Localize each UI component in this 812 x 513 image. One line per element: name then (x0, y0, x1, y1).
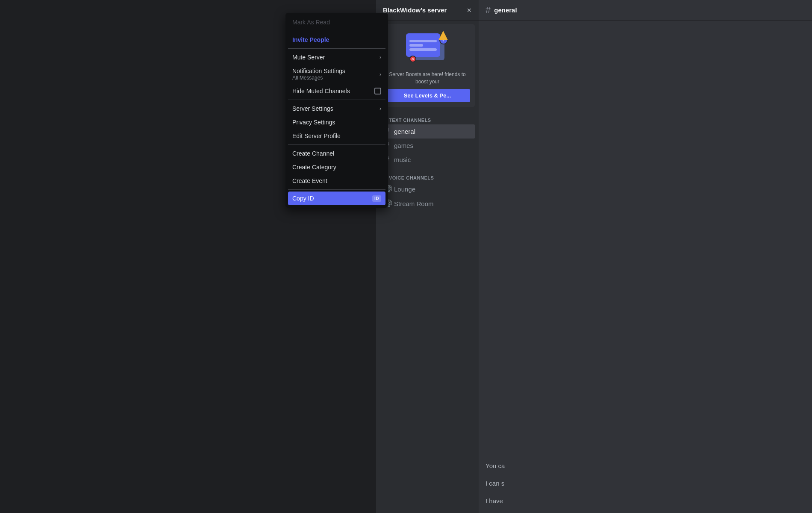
hide-muted-channels-label: Hide Muted Channels (292, 88, 350, 94)
channel-name-games: games (394, 142, 413, 149)
mute-server-label: Mute Server (292, 54, 325, 61)
copy-id-label: Copy ID (292, 195, 314, 202)
menu-item-hide-muted-channels[interactable]: Hide Muted Channels (288, 84, 385, 98)
channel-name-general: general (394, 128, 415, 135)
chat-header: # general (479, 0, 812, 21)
chat-area: # general You ca I can s I have (479, 0, 812, 513)
server-settings-label: Server Settings (292, 105, 333, 112)
boost-graphic: ✦ ✓ ✕ ▲ (385, 29, 470, 68)
hide-muted-channels-checkbox[interactable] (374, 88, 381, 94)
menu-item-edit-server-profile[interactable]: Edit Server Profile (288, 129, 385, 143)
id-badge: ID (372, 195, 381, 202)
channel-name-music: music (394, 156, 411, 163)
channel-item-games[interactable]: # games (380, 139, 475, 153)
boost-banner: ✦ ✓ ✕ ▲ Server Boosts are here! friends … (380, 24, 475, 107)
channel-item-music[interactable]: # music (380, 153, 475, 167)
server-title: BlackWidow's server (383, 6, 467, 14)
chat-message-2: I can s (485, 478, 805, 489)
boost-arrow-icon: ▲ (435, 27, 451, 42)
chat-hash-icon: # (485, 5, 491, 16)
boost-card-front (406, 33, 440, 57)
see-levels-button[interactable]: See Levels & Pe... (385, 89, 470, 102)
create-event-label: Create Event (292, 177, 327, 184)
menu-item-server-settings[interactable]: Server Settings › (288, 102, 385, 115)
server-settings-arrow-icon: › (380, 106, 381, 112)
mute-server-arrow-icon: › (380, 54, 381, 60)
boost-x-icon: ✕ (409, 56, 416, 62)
boost-cards: ✓ ✕ ▲ (406, 33, 449, 63)
menu-item-mark-as-read[interactable]: Mark As Read (288, 15, 385, 29)
channel-item-general[interactable]: # general (380, 124, 475, 139)
bg-left (0, 0, 188, 513)
notification-settings-arrow-icon: › (380, 71, 381, 77)
voice-channels-header[interactable]: ▼ VOICE CHANNELS (380, 175, 475, 180)
menu-divider-4 (288, 144, 385, 145)
channel-name-stream-room: Stream Room (394, 200, 434, 207)
boost-card-line-3 (409, 48, 437, 51)
menu-item-create-channel[interactable]: Create Channel (288, 147, 385, 160)
boost-text: Server Boosts are here! friends to boost… (385, 71, 470, 86)
boost-card-line-2 (409, 44, 423, 47)
discord-layout: BlackWidow's server ✕ ✦ ✓ ✕ ▲ (0, 0, 812, 513)
chat-message-3: I have (485, 495, 805, 506)
chat-message-1: You ca (485, 460, 805, 471)
privacy-settings-label: Privacy Settings (292, 119, 335, 126)
invite-people-label: Invite People (292, 36, 329, 43)
menu-divider-3 (288, 100, 385, 100)
menu-item-create-category[interactable]: Create Category (288, 160, 385, 174)
create-channel-label: Create Channel (292, 150, 334, 157)
voice-channels-section: ▼ VOICE CHANNELS 🔊 Lounge 🔊 Stream Room (376, 168, 479, 213)
menu-item-invite-people[interactable]: Invite People (288, 33, 385, 47)
menu-item-create-event[interactable]: Create Event (288, 174, 385, 188)
menu-item-copy-id[interactable]: Copy ID ID (288, 192, 385, 205)
menu-divider-1 (288, 31, 385, 31)
edit-server-profile-label: Edit Server Profile (292, 133, 341, 139)
notification-settings-label-group: Notification Settings All Messages (292, 68, 345, 81)
menu-divider-5 (288, 189, 385, 190)
notification-settings-sublabel: All Messages (292, 75, 345, 81)
menu-item-notification-settings[interactable]: Notification Settings All Messages › (288, 64, 385, 84)
sidebar: BlackWidow's server ✕ ✦ ✓ ✕ ▲ (376, 0, 479, 513)
server-header-arrow-icon: ✕ (467, 7, 472, 14)
server-header[interactable]: BlackWidow's server ✕ (376, 0, 479, 21)
notification-settings-label: Notification Settings (292, 68, 345, 74)
text-channels-header[interactable]: ▼ TEXT CHANNELS (380, 118, 475, 123)
chat-channel-name: general (494, 6, 517, 14)
text-channels-section: ▼ TEXT CHANNELS # general # games # musi… (376, 111, 479, 168)
channel-item-lounge[interactable]: 🔊 Lounge (380, 182, 475, 197)
voice-channels-label: VOICE CHANNELS (389, 175, 434, 180)
boost-card-line-1 (409, 40, 437, 42)
menu-divider-2 (288, 48, 385, 49)
channel-name-lounge: Lounge (394, 186, 415, 193)
menu-item-privacy-settings[interactable]: Privacy Settings (288, 115, 385, 129)
menu-item-mute-server[interactable]: Mute Server › (288, 50, 385, 64)
mark-as-read-label: Mark As Read (292, 19, 330, 26)
channel-item-stream-room[interactable]: 🔊 Stream Room (380, 197, 475, 211)
text-channels-label: TEXT CHANNELS (389, 118, 431, 123)
chat-messages: You ca I can s I have (479, 21, 812, 513)
context-menu: Mark As Read Invite People Mute Server ›… (285, 13, 388, 208)
create-category-label: Create Category (292, 164, 336, 171)
